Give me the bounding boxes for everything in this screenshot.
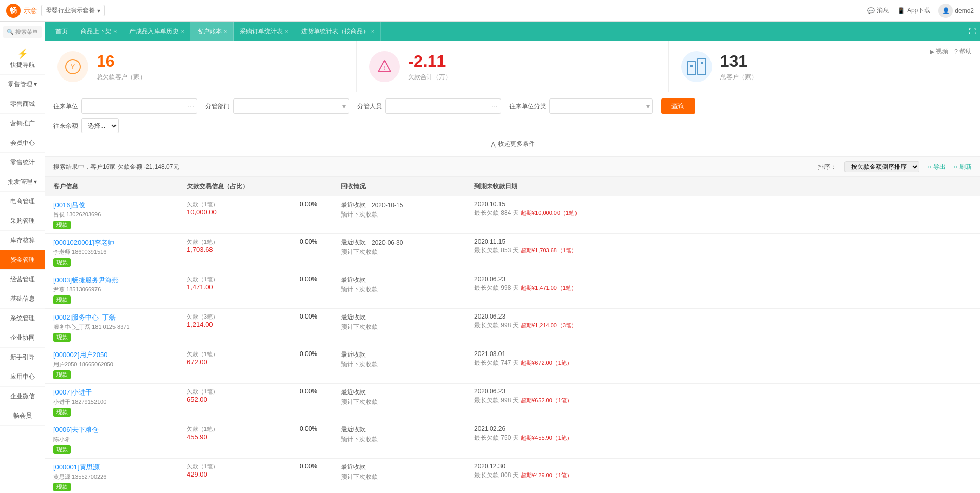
tab-maximize-icon[interactable]: ⛶ bbox=[969, 27, 976, 35]
sidebar-item-business[interactable]: 经营管理 bbox=[0, 270, 45, 289]
recent-collect-1: 最近收款 2020-06-30 bbox=[341, 238, 458, 247]
member-plus-label: 畅会员 bbox=[13, 412, 32, 419]
sidebar-item-member[interactable]: 会员中心 bbox=[0, 133, 45, 153]
debt-amount-7[interactable]: 429.00 bbox=[187, 470, 283, 478]
overdue-amount-7[interactable]: 超期¥429.00（1笔） bbox=[521, 472, 572, 478]
sidebar-item-inventory[interactable]: 库存核算 bbox=[0, 231, 45, 250]
dept-input[interactable] bbox=[233, 98, 349, 114]
debt-label-1: 欠款（1笔） bbox=[187, 238, 283, 246]
tab-import-stat[interactable]: 进货单统计表（按商品） × bbox=[295, 22, 381, 41]
customer-name-0[interactable]: [0016]吕俊 bbox=[53, 201, 170, 210]
tab-import-stat-close[interactable]: × bbox=[371, 28, 374, 34]
sidebar-item-newbie[interactable]: 新手引导 bbox=[0, 348, 45, 367]
next-label-7: 预计下次收款 bbox=[341, 472, 378, 481]
refresh-button[interactable]: ○ 刷新 bbox=[954, 163, 972, 171]
cell-recovery-7: 最近收款 预计下次收款 bbox=[333, 459, 466, 494]
cell-debt-pct-5: 0.00% bbox=[292, 384, 333, 421]
sidebar-item-purchase[interactable]: 采购管理 bbox=[0, 211, 45, 231]
view-video-btn[interactable]: ▶ 视频 bbox=[930, 47, 948, 56]
tab-product-history-close[interactable]: × bbox=[181, 28, 184, 34]
overdue-days-0: 最长欠款 884 天 bbox=[474, 209, 521, 216]
user-menu[interactable]: 👤 demo2 bbox=[938, 4, 974, 18]
overdue-amount-4[interactable]: 超期¥672.00（1笔） bbox=[521, 360, 572, 366]
debt-amount-0[interactable]: 10,000.00 bbox=[187, 208, 283, 216]
overdue-amount-0[interactable]: 超期¥10,000.00（1笔） bbox=[521, 210, 580, 216]
sidebar-item-retail-stat[interactable]: 零售统计 bbox=[0, 153, 45, 172]
debt-amount-2[interactable]: 1,471.00 bbox=[187, 283, 283, 291]
message-button[interactable]: 💬 消息 bbox=[867, 6, 889, 15]
balance-select[interactable]: 选择... bbox=[81, 118, 119, 133]
tab-product-history[interactable]: 产成品入库单历史 × bbox=[123, 22, 190, 41]
customer-name-1[interactable]: [0001020001]李老师 bbox=[53, 238, 170, 247]
sidebar-item-marketing[interactable]: 营销推广 bbox=[0, 114, 45, 133]
manager-input[interactable] bbox=[385, 98, 501, 114]
help-btn[interactable]: ? 帮助 bbox=[954, 47, 972, 56]
unit-type-input[interactable] bbox=[549, 98, 653, 114]
debt-amount-4[interactable]: 672.00 bbox=[187, 358, 283, 366]
search-button[interactable]: 查询 bbox=[661, 98, 695, 114]
collapse-button[interactable]: ⋀ 收起更多条件 bbox=[53, 137, 972, 150]
debt-amount-3[interactable]: 1,214.00 bbox=[187, 321, 283, 328]
tab-purchase-order[interactable]: 采购订单统计表 × bbox=[234, 22, 295, 41]
overdue-amount-1[interactable]: 超期¥1,703.68（1笔） bbox=[521, 247, 577, 253]
recent-collect-3: 最近收款 bbox=[341, 313, 458, 322]
next-label-2: 预计下次收款 bbox=[341, 285, 378, 294]
tab-product-off-close[interactable]: × bbox=[113, 28, 117, 34]
sidebar-item-retail-mgmt[interactable]: 零售管理 ▾ bbox=[0, 75, 45, 94]
debt-amount-1[interactable]: 1,703.68 bbox=[187, 246, 283, 253]
sidebar-item-retail-mall[interactable]: 零售商城 bbox=[0, 94, 45, 114]
cell-due-date-7: 2020.12.30 最长欠款 808 天 超期¥429.00（1笔） bbox=[466, 459, 980, 494]
customer-name-6[interactable]: [0006]去下粮仓 bbox=[53, 425, 170, 435]
cell-due-date-1: 2020.11.15 最长欠款 853 天 超期¥1,703.68（1笔） bbox=[466, 234, 980, 271]
customer-name-4[interactable]: [000002]用户2050 bbox=[53, 350, 170, 360]
tab-minimize-icon[interactable]: — bbox=[957, 27, 965, 35]
sidebar-item-finance[interactable]: 资金管理 bbox=[0, 250, 45, 270]
sidebar-item-enterprise[interactable]: 企业协同 bbox=[0, 328, 45, 348]
customer-name-7[interactable]: [000001]黄思源 bbox=[53, 463, 170, 472]
overdue-days-5: 最长欠款 998 天 bbox=[474, 397, 521, 404]
table-row: [0001020001]李老师 李老师 18600391516 现款 欠款（1笔… bbox=[45, 234, 980, 271]
sidebar-item-basic-info[interactable]: 基础信息 bbox=[0, 289, 45, 309]
results-summary: 搜索结果中，客户16家 欠款金额 -21,148.07元 bbox=[53, 163, 179, 171]
customer-name-2[interactable]: [0003]畅捷服务尹海燕 bbox=[53, 275, 170, 285]
debt-amount-6[interactable]: 455.90 bbox=[187, 433, 283, 441]
sort-select[interactable]: 按欠款金额倒序排序 bbox=[844, 161, 919, 172]
company-select[interactable]: 母婴行业演示套餐 ▾ bbox=[41, 5, 105, 16]
sidebar-item-ecommerce[interactable]: 电商管理 bbox=[0, 192, 45, 211]
tab-purchase-order-close[interactable]: × bbox=[285, 28, 288, 34]
overdue-amount-6[interactable]: 超期¥455.90（1笔） bbox=[521, 435, 572, 441]
sidebar-item-apps[interactable]: 应用中心 bbox=[0, 367, 45, 387]
debt-pct-0: 0.00% bbox=[300, 201, 317, 208]
recent-collect-7: 最近收款 bbox=[341, 463, 458, 471]
source-unit-input[interactable] bbox=[81, 98, 197, 114]
sidebar-item-member-plus[interactable]: 畅会员 bbox=[0, 406, 45, 426]
sidebar-item-quick-nav[interactable]: ⚡ 快捷导航 bbox=[0, 43, 45, 75]
retail-mall-label: 零售商城 bbox=[10, 100, 35, 107]
overdue-amount-2[interactable]: 超期¥1,471.00（1笔） bbox=[521, 285, 577, 291]
tab-customer-account[interactable]: 客户账本 × bbox=[191, 22, 234, 41]
customer-tag-7: 现款 bbox=[53, 483, 71, 491]
export-button[interactable]: ○ 导出 bbox=[928, 163, 946, 171]
tab-product-off[interactable]: 商品上下架 × bbox=[74, 22, 123, 41]
overdue-amount-5[interactable]: 超期¥652.00（1笔） bbox=[521, 397, 572, 403]
cell-recovery-0: 最近收款 2020-10-15 预计下次收款 bbox=[333, 196, 466, 234]
app-download-button[interactable]: 📱 App下载 bbox=[897, 6, 930, 15]
search-menu-button[interactable]: 🔍 搜索菜单 bbox=[3, 26, 42, 38]
sidebar-item-corp-wechat[interactable]: 企业微信 bbox=[0, 387, 45, 406]
tab-home[interactable]: 首页 bbox=[49, 22, 74, 41]
filter-item-dept: 分管部门 ▾ bbox=[205, 98, 349, 114]
recent-collect-6: 最近收款 bbox=[341, 425, 458, 434]
sidebar-item-batch-mgmt[interactable]: 批发管理 ▾ bbox=[0, 172, 45, 192]
debt-amount-5[interactable]: 652.00 bbox=[187, 396, 283, 403]
overdue-amount-3[interactable]: 超期¥1,214.00（3笔） bbox=[521, 322, 577, 328]
tab-customer-account-close[interactable]: × bbox=[224, 28, 227, 34]
customer-name-3[interactable]: [0002]服务中心_丁磊 bbox=[53, 313, 170, 322]
filter-area: 往来单位 ··· 分管部门 ▾ 分管人员 bbox=[45, 92, 980, 157]
sidebar-item-system[interactable]: 系统管理 bbox=[0, 309, 45, 328]
recent-label-3: 最近收款 bbox=[341, 313, 366, 322]
customer-name-5[interactable]: [0007]小进干 bbox=[53, 388, 170, 397]
stat-icon-customers: ¥ bbox=[57, 51, 88, 82]
stat-num-total: 131 bbox=[720, 52, 757, 71]
customer-tag-1: 现款 bbox=[53, 258, 71, 267]
apps-label: 应用中心 bbox=[10, 373, 35, 380]
